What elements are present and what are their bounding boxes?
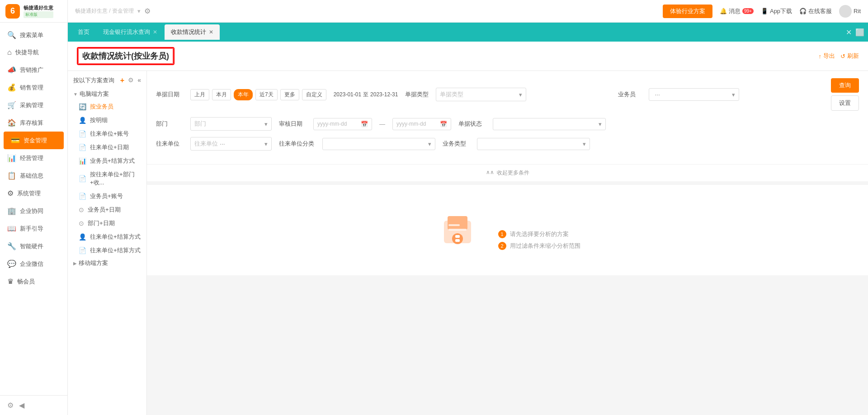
tab-collection-stats-close[interactable]: ✕ — [209, 29, 213, 35]
date-btn-more[interactable]: 更多 — [280, 89, 299, 100]
svg-rect-5 — [448, 229, 467, 231]
scheme-item-counterpart-settlement1[interactable]: 👤 往来单位+结算方式 — [68, 230, 146, 244]
desktop-scheme-parent[interactable]: ▼ 电脑端方案 — [68, 88, 146, 100]
scheme-item-counterpart-account[interactable]: 📄 往来单位+账号 — [68, 127, 146, 141]
sidebar-item-enterprise[interactable]: 🏢企业协同 — [0, 202, 67, 220]
counterpart-placeholder: 往来单位 — [194, 140, 218, 148]
collapse-bar[interactable]: ∧∧ 收起更多条件 — [147, 164, 868, 181]
date-separator: 至 — [363, 91, 368, 99]
scheme-item-by-detail[interactable]: 👤 按明细 — [68, 113, 146, 127]
doc-status-select[interactable]: ▾ — [493, 118, 606, 130]
sidebar-item-label: 系统管理 — [17, 189, 41, 198]
doc-type-select[interactable]: 单据类型 ▾ — [436, 88, 526, 101]
scheme-item-label: 往来单位+结算方式 — [90, 246, 141, 255]
scheme-item-counterpart-date[interactable]: 📄 往来单位+日期 — [68, 141, 146, 154]
sidebar-item-sales[interactable]: 💰销售管理 — [0, 79, 67, 96]
user-avatar[interactable]: Rit — [839, 5, 861, 18]
sidebar-item-label: 快捷导航 — [15, 48, 39, 57]
salesman-select[interactable]: ··· ▾ — [649, 88, 739, 101]
date-btn-this-year[interactable]: 本年 — [234, 89, 253, 100]
sidebar-item-marketing[interactable]: 📣营销推广 — [0, 61, 67, 79]
counterpart-more-icon[interactable]: ··· — [220, 140, 225, 147]
sidebar-item-search[interactable]: 🔍搜索菜单 — [0, 26, 67, 44]
counterpart-select[interactable]: 往来单位 ··· ▾ — [190, 137, 272, 151]
panel-add-icon[interactable]: + — [120, 76, 124, 85]
window-close-btn[interactable]: ✕ — [846, 28, 852, 37]
footer-settings-icon[interactable]: ⚙ — [7, 401, 14, 410]
sidebar-item-inventory[interactable]: 🏠库存核算 — [0, 114, 67, 132]
export-button[interactable]: ↑ 导出 — [819, 52, 835, 60]
scheme-item-salesman-account[interactable]: 📄 业务员+账号 — [68, 189, 146, 203]
scheme-item-dept-date[interactable]: ⊙ 部门+日期 — [68, 217, 146, 230]
audit-date-start-input[interactable]: yyyy-mm-dd 📅 — [313, 118, 372, 130]
salesman-label: 业务员 — [618, 90, 645, 99]
sidebar-item-basicinfo[interactable]: 📋基础信息 — [0, 167, 67, 184]
sidebar-item-purchase[interactable]: 🛒采购管理 — [0, 96, 67, 114]
customer-service[interactable]: 🎧 在线客服 — [799, 7, 832, 15]
date-btn-last-month[interactable]: 上月 — [190, 89, 209, 100]
panel-settings-icon[interactable]: ⚙ — [128, 76, 134, 85]
sidebar-item-guide[interactable]: 📖新手引导 — [0, 220, 67, 237]
scheme-item-by-salesman[interactable]: 🔄 按业务员 — [68, 100, 146, 113]
sidebar-item-finance[interactable]: 💳资金管理 — [4, 132, 64, 149]
scheme-item-counterpart-dept[interactable]: 📄 按往来单位+部门+收... — [68, 168, 146, 189]
scheme-item-salesman-settlement[interactable]: 📊 业务员+结算方式 — [68, 154, 146, 168]
desktop-expand-arrow: ▼ — [73, 92, 78, 97]
enterprise-icon: 🏢 — [7, 207, 16, 215]
tab-home[interactable]: 首页 — [71, 24, 96, 40]
dept-date-icon: ⊙ — [79, 220, 84, 227]
footer-collapse-icon[interactable]: ◀ — [19, 401, 24, 410]
dept-select[interactable]: 部门 ▾ — [190, 117, 272, 131]
salesman-date-icon: ⊙ — [79, 206, 84, 213]
dept-placeholder: 部门 — [194, 120, 206, 128]
salesman-arrow: ▾ — [732, 91, 735, 98]
tab-bank-flow[interactable]: 现金银行流水查询 ✕ — [97, 24, 164, 40]
header-settings-icon[interactable]: ⚙ — [144, 7, 151, 15]
scheme-item-label: 业务员+日期 — [88, 206, 121, 214]
sidebar-item-label: 搜索菜单 — [20, 31, 43, 39]
scheme-item-salesman-date[interactable]: ⊙ 业务员+日期 — [68, 203, 146, 217]
date-btn-last7[interactable]: 近7天 — [255, 89, 278, 100]
audit-date-end-input[interactable]: yyyy-mm-dd 📅 — [392, 118, 451, 130]
breadcrumb-dropdown[interactable]: ▾ — [137, 8, 141, 14]
notification-label: 消息 — [729, 7, 741, 15]
audit-date-end-value: yyyy-mm-dd — [396, 121, 426, 127]
doc-type-placeholder: 单据类型 — [440, 90, 463, 99]
settings-button[interactable]: 设置 — [831, 95, 859, 111]
tab-collection-stats[interactable]: 收款情况统计 ✕ — [165, 24, 220, 40]
main-content: 畅捷通好生意 / 资金管理 ▾ ⚙ 体验行业方案 🔔 消息 99+ 📱 App下… — [68, 0, 868, 415]
sidebar-item-operations[interactable]: 📊经营管理 — [0, 149, 67, 167]
date-range: 2023-01-01 至 2023-12-31 — [334, 91, 398, 99]
header-icon-group: 🔔 消息 99+ 📱 App下载 🎧 在线客服 Rit — [720, 5, 861, 18]
window-maximize-btn[interactable]: ⬜ — [855, 28, 864, 37]
scheme-item-counterpart-settlement2[interactable]: 📄 往来单位+结算方式 — [68, 244, 146, 257]
sidebar-item-hardware[interactable]: 🔧智能硬件 — [0, 237, 67, 255]
trial-button[interactable]: 体验行业方案 — [663, 5, 712, 18]
page-header-actions: ↑ 导出 ↺ 刷新 — [819, 52, 859, 60]
desktop-scheme-label: 电脑端方案 — [80, 90, 109, 98]
counterpart-category-select[interactable]: ▾ — [322, 138, 435, 150]
app-download[interactable]: 📱 App下载 — [761, 7, 792, 15]
dept-arrow: ▾ — [264, 121, 268, 127]
refresh-button[interactable]: ↺ 刷新 — [840, 52, 859, 60]
tab-bank-flow-close[interactable]: ✕ — [153, 29, 157, 35]
salesman-account-icon: 📄 — [79, 193, 86, 200]
left-panel: 按以下方案查询 + ⚙ « ▼ 电脑端方案 🔄 按业务员 — [68, 71, 147, 415]
sidebar-item-member[interactable]: ♛畅会员 — [0, 273, 67, 290]
sidebar-item-quicknav[interactable]: ⌂快捷导航 — [0, 44, 67, 61]
date-btn-custom[interactable]: 自定义 — [302, 89, 326, 100]
scheme-item-label: 业务员+账号 — [90, 192, 123, 200]
mobile-scheme-parent[interactable]: ▶ 移动端方案 — [68, 257, 146, 269]
query-button[interactable]: 查询 — [831, 78, 859, 93]
sidebar-item-wechat[interactable]: 💬企业微信 — [0, 255, 67, 273]
scheme-item-label: 按业务员 — [90, 103, 113, 111]
business-type-select[interactable]: ▾ — [477, 138, 590, 150]
header-actions: 体验行业方案 🔔 消息 99+ 📱 App下载 🎧 在线客服 Rit — [663, 5, 861, 18]
date-btn-this-month[interactable]: 本月 — [212, 89, 231, 100]
scheme-item-label: 往来单位+结算方式 — [90, 233, 141, 241]
panel-collapse-icon[interactable]: « — [137, 76, 141, 85]
salesman-more-icon[interactable]: ··· — [655, 91, 660, 98]
notifications[interactable]: 🔔 消息 99+ — [720, 7, 754, 15]
sidebar: 6 畅捷通好生意 标准版 🔍搜索菜单 ⌂快捷导航 📣营销推广 💰销售管理 🛒采购… — [0, 0, 68, 415]
sidebar-item-system[interactable]: ⚙系统管理 — [0, 184, 67, 202]
